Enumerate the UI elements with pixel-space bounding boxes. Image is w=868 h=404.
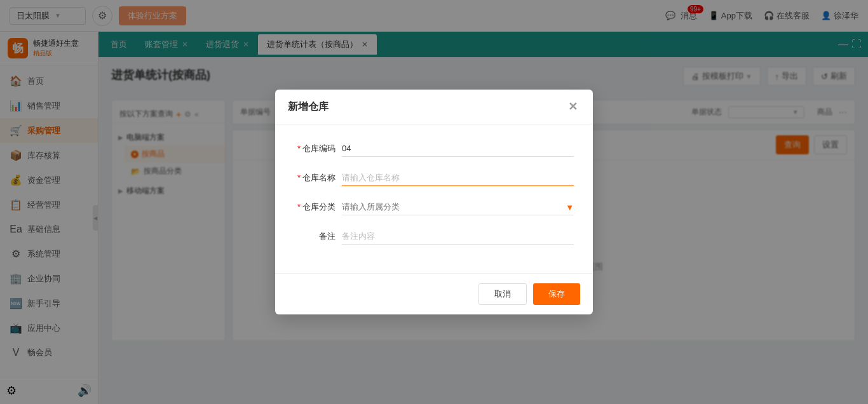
modal-close-button[interactable]: ✕: [565, 99, 580, 114]
form-row-code: 仓库编码: [294, 140, 574, 157]
name-input[interactable]: [342, 170, 574, 186]
cancel-button[interactable]: 取消: [478, 283, 527, 305]
form-row-category: 仓库分类 ▼: [294, 199, 574, 215]
category-select-wrap: ▼: [342, 199, 574, 215]
remark-input[interactable]: [342, 228, 574, 245]
form-row-name: 仓库名称: [294, 170, 574, 186]
name-label: 仓库名称: [294, 172, 342, 184]
modal-body: 仓库编码 仓库名称 仓库分类 ▼ 备注: [275, 125, 593, 273]
form-row-remark: 备注: [294, 228, 574, 245]
category-input[interactable]: [342, 199, 574, 215]
modal-title: 新增仓库: [288, 100, 329, 114]
category-label: 仓库分类: [294, 201, 342, 213]
modal-header: 新增仓库 ✕: [275, 90, 593, 125]
new-warehouse-modal: 新增仓库 ✕ 仓库编码 仓库名称 仓库分类 ▼: [275, 90, 593, 314]
remark-label: 备注: [294, 231, 342, 242]
code-input[interactable]: [342, 140, 574, 157]
modal-overlay[interactable]: 新增仓库 ✕ 仓库编码 仓库名称 仓库分类 ▼: [0, 0, 868, 404]
modal-footer: 取消 保存: [275, 273, 593, 314]
code-label: 仓库编码: [294, 143, 342, 154]
save-button[interactable]: 保存: [533, 283, 580, 305]
